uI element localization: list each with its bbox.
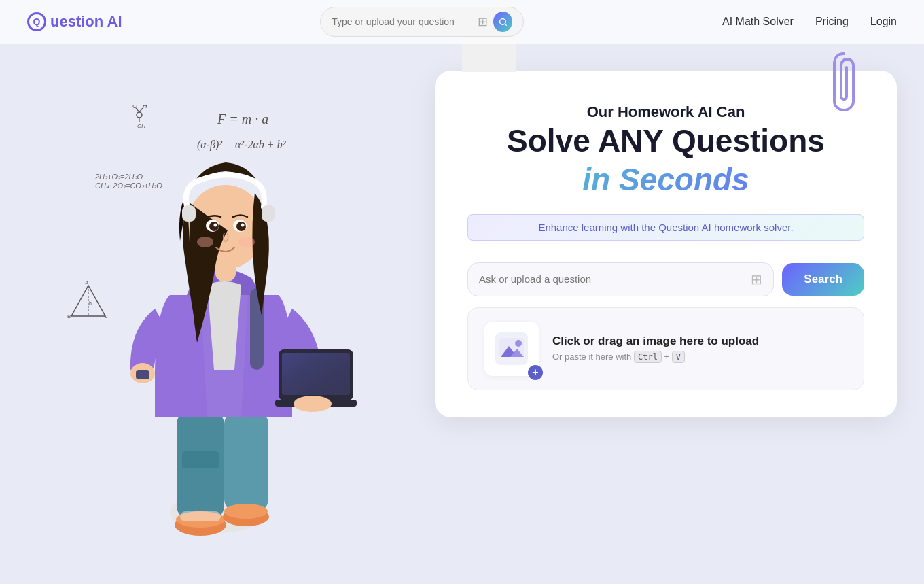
v-key: V [672,351,685,363]
svg-rect-17 [224,411,268,513]
svg-line-1 [505,24,506,25]
svg-point-42 [238,237,255,247]
svg-rect-33 [182,205,196,222]
nav-login[interactable]: Login [870,16,897,28]
logo[interactable]: Q uestion AI [27,12,122,31]
logo-q: Q [27,12,46,31]
svg-point-23 [224,504,268,519]
svg-rect-34 [262,205,275,222]
calculator-icon[interactable]: ⊞ [478,14,488,29]
hero-title: Solve ANY Questions [467,124,864,158]
character-illustration [82,84,367,547]
main-content: F = m · a (α-β)² = α²-2αb + b² 2H₂+O₂=2H… [0,44,924,584]
hero-subtitle: Our Homework AI Can [467,103,864,121]
navbar-search[interactable]: ⊞ [320,7,524,37]
svg-rect-21 [180,511,221,521]
question-input-area: ⊞ Search [467,262,864,296]
question-input-box[interactable]: ⊞ [467,262,774,296]
svg-point-39 [214,224,217,227]
upload-plus-badge: + [528,365,543,380]
search-button[interactable]: Search [782,263,864,296]
question-input[interactable] [479,273,745,285]
navbar-search-button[interactable] [493,12,512,32]
svg-point-46 [515,340,522,347]
svg-point-40 [241,224,245,227]
hero-section: Our Homework AI Can Solve ANY Questions … [435,71,897,417]
ctrl-key: Ctrl [634,351,662,363]
nav-ai-math-solver[interactable]: AI Math Solver [722,16,794,28]
paperclip-decoration [832,50,856,105]
navbar: Q uestion AI ⊞ AI Math Solver Pricing Lo… [0,0,924,44]
svg-rect-43 [136,370,149,379]
svg-point-30 [294,396,332,412]
svg-point-41 [197,237,213,247]
svg-point-38 [236,222,246,231]
nav-links: AI Math Solver Pricing Login [722,16,897,28]
hero-card: Our Homework AI Can Solve ANY Questions … [435,71,897,417]
upload-text: Click or drag an image here to upload Or… [552,334,759,363]
svg-text:B: B [67,313,71,320]
upload-icon-box: + [484,322,539,376]
svg-point-37 [209,222,219,231]
upload-title: Click or drag an image here to upload [552,334,759,348]
hero-title-accent: in Seconds [467,161,864,198]
svg-rect-18 [182,451,219,468]
logo-text: uestion AI [50,13,122,31]
hero-illustration: F = m · a (α-β)² = α²-2αb + b² 2H₂+O₂=2H… [27,71,421,547]
calculator-icon-input[interactable]: ⊞ [751,271,762,288]
svg-rect-28 [282,353,350,395]
nav-pricing[interactable]: Pricing [815,16,849,28]
image-upload-icon [495,332,528,365]
hero-description: Enhance learning with the Question AI ho… [467,214,864,241]
upload-area[interactable]: + Click or drag an image here to upload … [467,307,864,390]
navbar-search-input[interactable] [332,16,472,27]
upload-paste-instruction: Or paste it here with Ctrl + V [552,351,759,363]
